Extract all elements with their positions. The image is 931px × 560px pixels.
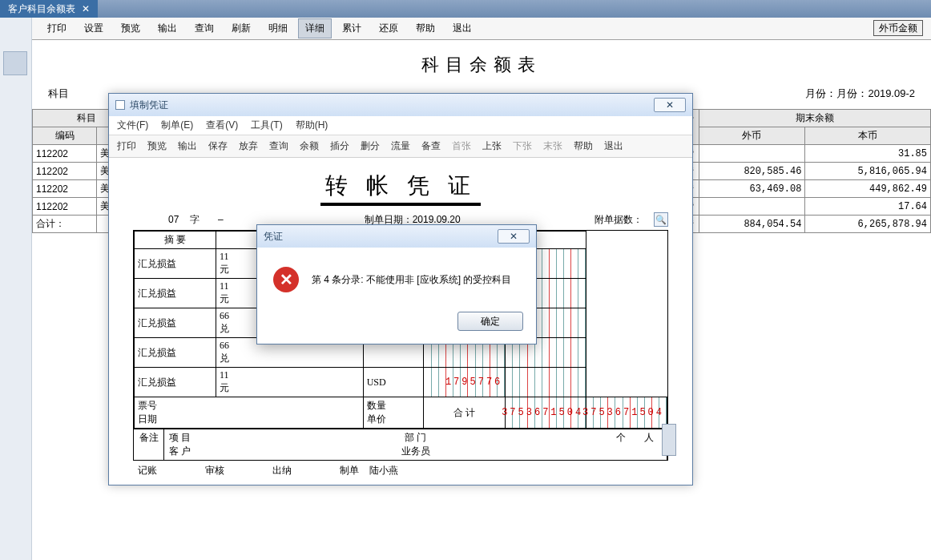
sum-credit-cell: 3753671504 (586, 397, 667, 429)
sum-credit: 3753671504 (586, 397, 667, 428)
cell-foreign: 63,469.08 (699, 180, 805, 198)
toolbar-btn-详细[interactable]: 详细 (298, 18, 332, 38)
entry-km: 11 元 (216, 368, 363, 397)
sign-sh: 审核 (205, 464, 224, 477)
sign-zd-name: 陆小燕 (369, 465, 398, 476)
voucher-close-button[interactable]: ✕ (654, 98, 686, 112)
voucher-tbtn-预览[interactable]: 预览 (147, 139, 167, 153)
alert-close-button[interactable]: ✕ (498, 229, 530, 244)
voucher-tbtn-帮助[interactable]: 帮助 (574, 139, 593, 153)
toolbar-btn-帮助[interactable]: 帮助 (409, 18, 442, 38)
menu-item[interactable]: 制单(E) (161, 119, 193, 132)
main-toolbar: 打印设置预览输出查询刷新明细详细累计还原帮助退出 外币金额 (32, 18, 931, 40)
cell-local2: 5,816,065.94 (805, 163, 931, 180)
th-local2: 本币 (805, 127, 931, 145)
entry-zy: 汇兑损益 (135, 368, 216, 397)
voucher-doc-title: 转 帐 凭 证 (133, 171, 668, 201)
remark-label: 备注 (134, 429, 164, 460)
th-closing: 期末余额 (699, 110, 931, 127)
th-zy: 摘 要 (135, 232, 216, 249)
cell-foreign: 884,054.54 (699, 216, 805, 233)
ticket-label: 票号 (138, 399, 248, 413)
toolbar-btn-退出[interactable]: 退出 (445, 18, 479, 38)
zi-prefix: 07 (168, 214, 179, 225)
toolbar-btn-查询[interactable]: 查询 (187, 18, 221, 38)
entry-debit: 1795776 (424, 368, 506, 397)
cell-code: 合计： (33, 216, 97, 233)
toolbar-btn-刷新[interactable]: 刷新 (224, 18, 258, 38)
page-title: 科目余额表 (32, 40, 931, 83)
entry-zy: 汇兑损益 (135, 249, 216, 279)
voucher-sign-row: 记账 审核 出纳 制单 陆小燕 (133, 461, 668, 481)
zi-label: 字 (190, 213, 200, 227)
th-foreign: 外币 (699, 127, 805, 145)
cell-local2: 449,862.49 (805, 180, 931, 198)
voucher-tbtn-末张: 末张 (543, 139, 562, 153)
toolbar-btn-还原[interactable]: 还原 (372, 18, 405, 38)
voucher-toolbar: 打印预览输出保存放弃查询余额插分删分流量备查首张上张下张末张帮助退出 (109, 135, 692, 158)
window-icon (115, 100, 125, 110)
alert-titlebar[interactable]: 凭证 ✕ (257, 225, 536, 248)
voucher-tbtn-备查[interactable]: 备查 (421, 139, 441, 153)
cell-local2: 31.85 (805, 145, 931, 163)
toolbar-btn-打印[interactable]: 打印 (40, 18, 74, 38)
voucher-scroll-thumb[interactable] (662, 424, 676, 456)
voucher-tbtn-保存[interactable]: 保存 (208, 139, 228, 153)
toolbar-btn-输出[interactable]: 输出 (151, 18, 184, 38)
voucher-tbtn-放弃[interactable]: 放弃 (239, 139, 258, 153)
biz-label: 业务员 (333, 445, 498, 458)
period-label: 月份：月份：2019.09-2 (805, 87, 915, 101)
voucher-tbtn-余额[interactable]: 余额 (300, 139, 319, 153)
voucher-tbtn-打印[interactable]: 打印 (117, 139, 136, 153)
toolbar-btn-预览[interactable]: 预览 (114, 18, 147, 38)
qty-label: 数量 (367, 399, 421, 413)
menu-item[interactable]: 查看(V) (206, 119, 238, 132)
tab-customer-balance[interactable]: 客户科目余额表 ✕ (0, 0, 98, 18)
entry-cur: USD (363, 368, 424, 397)
cell-foreign (699, 198, 805, 216)
menu-item[interactable]: 帮助(H) (296, 119, 328, 132)
voucher-tbtn-首张: 首张 (452, 139, 471, 153)
voucher-tbtn-查询[interactable]: 查询 (269, 139, 288, 153)
alert-title: 凭证 (264, 230, 283, 244)
left-rail-panel[interactable] (3, 51, 27, 75)
cell-code: 112202 (33, 145, 97, 163)
voucher-titlebar[interactable]: 填制凭证 ✕ (109, 94, 692, 116)
sum-label: 合 计 (424, 397, 506, 429)
th-code: 编码 (33, 127, 97, 145)
project-label: 项 目 (169, 431, 333, 445)
subject-label: 科目 (48, 87, 69, 101)
voucher-tbtn-输出[interactable]: 输出 (178, 139, 197, 153)
dept-label: 部 门 (333, 431, 498, 445)
toolbar-btn-明细[interactable]: 明细 (261, 18, 295, 38)
cell-foreign: 820,585.46 (699, 163, 805, 180)
voucher-entry-row[interactable]: 汇兑损益11 元USD1795776 (135, 368, 667, 397)
sign-cn: 出纳 (272, 464, 292, 477)
cust-label: 客 户 (169, 445, 333, 458)
alert-message: 第 4 条分录: 不能使用非 [应收系统] 的受控科目 (312, 273, 511, 287)
tab-label: 客户科目余额表 (8, 2, 75, 16)
entry-zy: 汇兑损益 (135, 338, 216, 368)
voucher-tbtn-插分[interactable]: 插分 (330, 139, 349, 153)
sum-debit: 3753671504 (506, 397, 586, 428)
magnifier-icon[interactable]: 🔍 (654, 212, 668, 227)
close-icon: ✕ (666, 99, 674, 111)
toolbar-btn-累计[interactable]: 累计 (335, 18, 369, 38)
voucher-tbtn-流量[interactable]: 流量 (391, 139, 410, 153)
foreign-amount-chip[interactable]: 外币金额 (873, 20, 923, 36)
voucher-tbtn-上张[interactable]: 上张 (482, 139, 502, 153)
attach-label: 附单据数： (594, 213, 643, 227)
menu-item[interactable]: 文件(F) (117, 119, 148, 132)
toolbar-right: 外币金额 (873, 22, 923, 35)
toolbar-btn-设置[interactable]: 设置 (77, 18, 111, 38)
voucher-tbtn-下张: 下张 (513, 139, 532, 153)
voucher-tbtn-删分[interactable]: 删分 (361, 139, 380, 153)
voucher-title-text: 填制凭证 (130, 99, 168, 112)
voucher-tbtn-退出[interactable]: 退出 (604, 139, 623, 153)
ok-button[interactable]: 确定 (457, 312, 523, 331)
tab-close-icon[interactable]: ✕ (82, 3, 90, 14)
person-label: 个 人 (498, 431, 662, 445)
alert-body: ✕ 第 4 条分录: 不能使用非 [应收系统] 的受控科目 (257, 248, 536, 312)
menu-item[interactable]: 工具(T) (251, 119, 282, 132)
cell-foreign (699, 145, 805, 163)
